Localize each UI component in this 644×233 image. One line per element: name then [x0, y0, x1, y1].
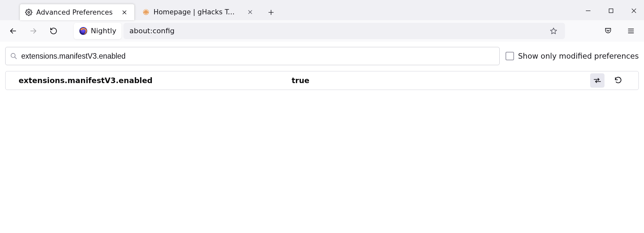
- firefox-nightly-icon: [79, 27, 88, 35]
- bookmark-star-button[interactable]: [548, 25, 559, 36]
- pref-row: extensions.manifestV3.enabled true: [6, 71, 638, 90]
- pref-reset-button[interactable]: [611, 73, 625, 88]
- show-only-modified-label: Show only modified preferences: [518, 52, 639, 60]
- pref-search-box[interactable]: [5, 47, 500, 65]
- pref-name: extensions.manifestV3.enabled: [19, 76, 292, 85]
- url-text: about:config: [129, 27, 548, 35]
- tab-title: Advanced Preferences: [36, 8, 113, 16]
- pocket-button[interactable]: [602, 24, 615, 37]
- pref-table: extensions.manifestV3.enabled true: [5, 71, 639, 90]
- pref-toggle-button[interactable]: [590, 73, 604, 88]
- svg-line-20: [15, 57, 17, 59]
- back-button[interactable]: [7, 24, 20, 37]
- window-close-button[interactable]: [627, 4, 641, 18]
- new-tab-button[interactable]: [265, 6, 278, 19]
- svg-marker-15: [551, 28, 557, 34]
- window-minimize-button[interactable]: [581, 4, 595, 18]
- pref-value: true: [292, 76, 590, 85]
- pref-search-input[interactable]: [21, 52, 495, 61]
- ghacks-favicon: [142, 8, 150, 16]
- search-icon: [10, 52, 17, 60]
- aboutconfig-content: Show only modified preferences extension…: [0, 42, 644, 95]
- svg-rect-9: [609, 9, 613, 13]
- tab-close-button[interactable]: [246, 7, 255, 17]
- identity-box[interactable]: Nightly: [74, 23, 121, 39]
- tab-strip: Advanced Preferences Homepage | gHacks T…: [0, 0, 644, 20]
- tab-close-button[interactable]: [120, 8, 129, 17]
- identity-label: Nightly: [91, 27, 116, 35]
- checkbox-icon[interactable]: [506, 52, 514, 60]
- tab-advanced-preferences[interactable]: Advanced Preferences: [20, 4, 135, 20]
- window-controls: [581, 4, 641, 18]
- navigation-toolbar: Nightly about:config: [0, 20, 644, 42]
- app-menu-button[interactable]: [624, 24, 637, 37]
- svg-point-0: [28, 11, 30, 13]
- show-only-modified-toggle[interactable]: Show only modified preferences: [506, 52, 639, 60]
- tab-title: Homepage | gHacks Technology: [153, 8, 238, 16]
- window-maximize-button[interactable]: [604, 4, 618, 18]
- reload-button[interactable]: [47, 24, 60, 37]
- forward-button[interactable]: [27, 24, 40, 37]
- gear-icon: [25, 9, 32, 16]
- tab-ghacks[interactable]: Homepage | gHacks Technology: [137, 4, 260, 20]
- url-bar[interactable]: about:config: [123, 23, 565, 39]
